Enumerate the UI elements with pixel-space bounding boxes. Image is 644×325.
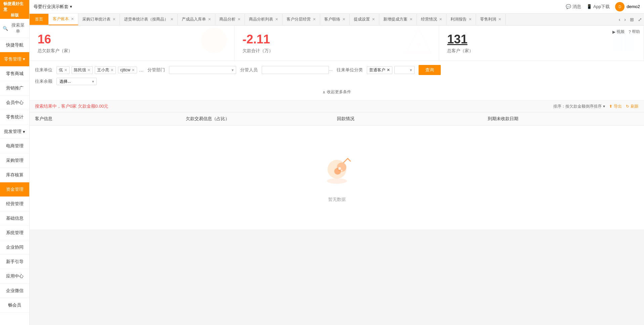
- tab-close-goods-analysis-list[interactable]: ✕: [275, 17, 278, 22]
- remove-tag-chen[interactable]: ✕: [87, 68, 90, 72]
- sidebar-item-operations[interactable]: 经营管理: [0, 197, 29, 211]
- tab-accounts-receivable[interactable]: 客户账本 ✕: [49, 13, 78, 25]
- tab-new-achievement[interactable]: 新增提成方案 ✕: [379, 14, 417, 25]
- chevron-down-icon: ▾: [70, 4, 72, 9]
- stat-value-customers: 16: [38, 32, 226, 46]
- tab-close-new-achievement[interactable]: ✕: [410, 17, 413, 22]
- tab-close-operations-report[interactable]: ✕: [439, 17, 442, 22]
- balance-dropdown-wrap: 选择...: [56, 78, 97, 85]
- search-menu-button[interactable]: 🔍 搜索菜单: [3, 22, 27, 34]
- quick-nav-item[interactable]: 快捷导航: [0, 38, 29, 52]
- svg-point-12: [338, 167, 341, 170]
- collapse-filters-button[interactable]: ∧ 收起更多条件: [35, 88, 639, 96]
- tab-scroll-right-icon[interactable]: ›: [622, 15, 628, 24]
- sidebar-item-system[interactable]: 系统管理: [0, 226, 29, 240]
- tab-close-retail-profit[interactable]: ✕: [498, 17, 501, 22]
- tab-close-reminder-settings[interactable]: ✕: [372, 17, 375, 22]
- export-button[interactable]: ⬆ 导出: [609, 104, 622, 109]
- person-more-icon[interactable]: ···: [329, 68, 333, 73]
- dept-dropdown-wrap: [169, 66, 236, 74]
- tab-close-production-instock[interactable]: ✕: [208, 17, 211, 22]
- sidebar-item-batch-mgmt[interactable]: 批发管理 ▾: [0, 124, 29, 139]
- app-download-button[interactable]: 📱 App下载: [587, 4, 610, 10]
- sidebar-item-retail-stats[interactable]: 零售统计: [0, 110, 29, 124]
- stat-label-customers: 总欠款客户（家）: [38, 48, 226, 54]
- tab-retail-profit[interactable]: 零售利润 ✕: [476, 14, 506, 25]
- tab-goods-analysis[interactable]: 商品分析 ✕: [215, 14, 245, 25]
- logo-line2: 标版: [11, 12, 19, 18]
- sidebar-item-new-guide[interactable]: 新手引导: [0, 255, 29, 269]
- account-selector[interactable]: 母婴行业演示帐套 ▾: [34, 4, 72, 10]
- filter-more-tags[interactable]: ...: [139, 67, 143, 73]
- dept-dropdown[interactable]: [169, 66, 236, 74]
- tab-production-instock[interactable]: 产成品入库单 ✕: [178, 14, 215, 25]
- category-dropdown[interactable]: [394, 66, 415, 74]
- help-label: 帮助: [632, 29, 640, 35]
- tab-expand-icon[interactable]: ⊞: [628, 15, 636, 24]
- export-label: 导出: [614, 104, 622, 109]
- tab-customer-contact[interactable]: 客户联络 ✕: [320, 14, 350, 25]
- tab-close-customer-contact[interactable]: ✕: [342, 17, 345, 22]
- empty-state: 暂无数据: [30, 125, 644, 229]
- stat-label-total-customers: 总客户（家）: [447, 48, 636, 54]
- tab-stock-stats[interactable]: 进货单统计表（按商品） ✕: [120, 14, 178, 25]
- tab-close-customer-tier[interactable]: ✕: [313, 17, 316, 22]
- message-button[interactable]: 💬 消息: [566, 4, 581, 10]
- table-header-customer-info: 客户信息: [35, 116, 186, 122]
- empty-icon: [320, 152, 354, 192]
- remove-tag-cjttcw[interactable]: ✕: [132, 68, 135, 72]
- balance-select[interactable]: 选择...: [56, 78, 97, 85]
- svg-line-11: [348, 158, 350, 161]
- sidebar-item-vip-member[interactable]: 畅会员: [0, 298, 29, 313]
- person-input[interactable]: [262, 66, 329, 74]
- sidebar-item-basic-info[interactable]: 基础信息: [0, 211, 29, 226]
- tab-scroll-left-icon[interactable]: ‹: [617, 15, 622, 24]
- svg-point-13: [341, 170, 342, 172]
- search-button[interactable]: 查询: [419, 65, 441, 75]
- remove-tag-normal[interactable]: ✕: [387, 68, 390, 72]
- balance-filter-area: 选择...: [56, 78, 97, 85]
- tab-close-accounts-receivable[interactable]: ✕: [71, 17, 74, 21]
- sidebar-search-area[interactable]: 🔍 搜索菜单: [0, 19, 29, 38]
- tab-operations-report[interactable]: 经营情况 ✕: [417, 14, 446, 25]
- tab-close-profit-report[interactable]: ✕: [469, 17, 472, 22]
- search-icon: 🔍: [3, 26, 8, 31]
- sidebar-item-inventory[interactable]: 库存核算: [0, 168, 29, 182]
- tab-home[interactable]: 首页: [30, 14, 49, 25]
- sidebar-item-retail-mall[interactable]: 零售商城: [0, 67, 29, 81]
- tab-close-purchase-order-stats[interactable]: ✕: [113, 17, 116, 22]
- sidebar-item-marketing[interactable]: 营销推广: [0, 81, 29, 96]
- stat-block-customers: 16 总欠款客户（家） ¥: [30, 26, 234, 61]
- stat-value-total-customers: 131: [447, 32, 636, 46]
- tab-profit-report[interactable]: 利润报告 ✕: [446, 14, 476, 25]
- tab-reminder-settings[interactable]: 提成设置 ✕: [350, 14, 379, 25]
- person-input-wrap: ···: [262, 66, 333, 74]
- tab-close-goods-analysis[interactable]: ✕: [238, 17, 241, 22]
- sidebar-item-enterprise-wechat[interactable]: 企业微信: [0, 284, 29, 298]
- remove-tag-wa[interactable]: ✕: [64, 68, 67, 72]
- account-name: 母婴行业演示帐套: [34, 4, 69, 10]
- stat-icon-receivable: ✦: [405, 27, 432, 59]
- tab-fullscreen-icon[interactable]: ⤢: [636, 15, 644, 24]
- sidebar-item-purchase[interactable]: 采购管理: [0, 153, 29, 168]
- tab-goods-analysis-list[interactable]: 商品分析列表 ✕: [245, 14, 283, 25]
- sidebar-item-retail-mgmt[interactable]: 零售管理 ▾: [0, 52, 29, 67]
- user-profile-button[interactable]: D demo2: [615, 2, 640, 11]
- filter-row-1: 往来单位 佤 ✕ 陈民强 ✕ 王小亮 ✕: [35, 65, 639, 75]
- tabbar: 首页 客户账本 ✕ 采购订单统计表 ✕ 进货单统计表（按商品） ✕ 产成品入库单…: [30, 13, 644, 26]
- tab-close-stock-stats[interactable]: ✕: [170, 17, 173, 22]
- tab-purchase-order-stats[interactable]: 采购订单统计表 ✕: [78, 14, 120, 25]
- tab-customer-tier[interactable]: 客户分层经营 ✕: [283, 14, 320, 25]
- sidebar-item-ecommerce[interactable]: 电商管理: [0, 139, 29, 153]
- table-header-due-date: 到期未收款日期: [488, 116, 639, 122]
- sort-button[interactable]: 排序：按欠款金额倒序排序 ▾: [553, 104, 605, 109]
- remove-tag-wang[interactable]: ✕: [111, 68, 114, 72]
- refresh-button[interactable]: ↻ 刷新: [626, 104, 639, 109]
- help-button[interactable]: ? 帮助: [629, 29, 640, 35]
- sidebar-item-finance[interactable]: 资金管理: [0, 182, 29, 197]
- sidebar-item-app-center[interactable]: 应用中心: [0, 269, 29, 284]
- topbar: 母婴行业演示帐套 ▾ 💬 消息 📱 App下载 D demo2: [30, 0, 644, 13]
- video-button[interactable]: ▶ 视频: [612, 29, 625, 35]
- sidebar-item-member[interactable]: 会员中心: [0, 96, 29, 110]
- sidebar-item-enterprise-collab[interactable]: 企业协同: [0, 240, 29, 255]
